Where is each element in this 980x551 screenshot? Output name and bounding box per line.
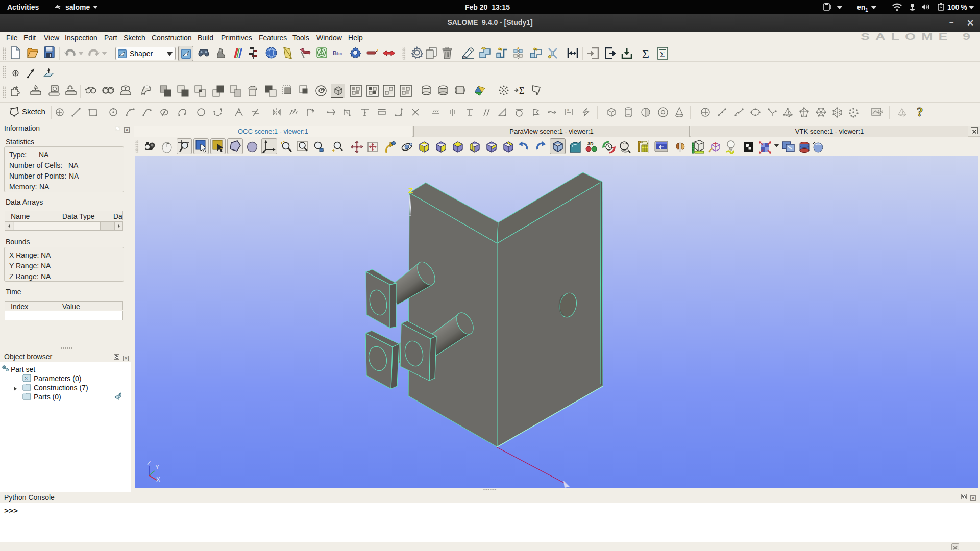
svg-text:Y: Y (155, 464, 159, 471)
svg-text:X: X (156, 476, 160, 483)
svg-text:3D: 3D (587, 141, 594, 146)
svg-text:Z: Z (147, 460, 151, 467)
svg-text:Σ: Σ (642, 47, 649, 59)
svg-text:Z: Z (408, 186, 413, 195)
svg-text:Σ: Σ (660, 50, 665, 59)
svg-text:?: ? (917, 105, 923, 119)
svg-text:Σ: Σ (519, 86, 524, 96)
svg-text:=: = (567, 108, 569, 112)
svg-text:Σ: Σ (24, 375, 28, 381)
svg-text:Bficas: Bficas (333, 50, 342, 56)
